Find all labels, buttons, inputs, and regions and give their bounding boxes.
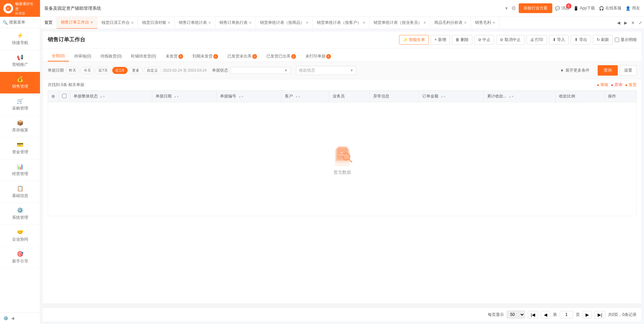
subtab-not-shipped[interactable]: 未发货0 — [162, 51, 187, 61]
date-sort[interactable]: ▲▼ — [174, 95, 179, 98]
subtab-not-printed[interactable]: 未打印单据0 — [301, 51, 335, 61]
status-sort[interactable]: ▲▼ — [100, 95, 105, 98]
settings-icon[interactable]: ⚙️ — [3, 316, 8, 321]
page-first-btn[interactable]: |◀ — [528, 311, 538, 319]
payment-select[interactable]: 收款状态 ▼ — [296, 66, 356, 75]
date-btn-1month[interactable]: 近1月 — [112, 67, 128, 74]
subtab-shipped-in[interactable]: 已发货已出库0 — [262, 51, 300, 61]
tab-cash-goods-close[interactable]: ✕ — [168, 21, 170, 25]
bottom-scrollbar[interactable] — [43, 303, 641, 308]
tab-sales-profit-close[interactable]: ✕ — [492, 21, 495, 25]
sidebar-item-enterprise[interactable]: 🤝 企业协同 — [0, 225, 40, 247]
add-button[interactable]: + 新增 — [431, 35, 449, 45]
expand-filters[interactable]: ▼ 展开更多条件 — [560, 68, 590, 73]
subtab-all[interactable]: 全部(0) — [48, 51, 69, 62]
settings-gear-icon[interactable]: ⚙ — [511, 5, 516, 11]
sidebar-item-system[interactable]: ⚙️ 系统管理 — [0, 203, 40, 225]
query-button[interactable]: 查询 — [598, 65, 618, 76]
select-all-checkbox[interactable] — [62, 94, 67, 98]
tab-scroll-left[interactable]: ◀ — [615, 17, 622, 29]
tab-sales-profit[interactable]: 销售毛利 ✕ — [471, 17, 500, 29]
tab-sales-workbench-close[interactable]: ✕ — [90, 21, 93, 24]
tab-cargo-salesman-close[interactable]: ✕ — [423, 21, 426, 25]
page-last-btn[interactable]: ▶| — [595, 311, 605, 319]
subtab-wangpu[interactable]: 旺铺待发货(0) — [127, 51, 160, 61]
experience-button[interactable]: 体验行业方案 — [519, 3, 552, 13]
stop-button[interactable]: ⊘ 中止 — [474, 35, 494, 45]
sidebar-item-quicknav[interactable]: ⚡ 快捷导航 — [0, 28, 40, 50]
date-btn-yesterday[interactable]: 昨天 — [66, 67, 79, 74]
tab-sales-stats[interactable]: 销售订单统计表 ✕ — [175, 17, 215, 29]
payment-filter: 收款状态 ▼ — [296, 66, 356, 75]
sidebar-item-operation[interactable]: 📊 经营管理 — [0, 159, 40, 181]
tab-gross-profit-close[interactable]: ✕ — [464, 21, 467, 25]
tab-sales-workbench[interactable]: 销售订单工作台 ✕ — [57, 17, 97, 29]
page-input[interactable] — [560, 311, 573, 318]
tab-maximize[interactable]: ⤢ — [637, 17, 644, 29]
abandon-review-button[interactable]: ● 弃审 — [611, 82, 622, 88]
refresh-button[interactable]: ↻ 刷新 — [593, 35, 613, 45]
tab-cargo-stats-salesman[interactable]: 销货单统计表（按业务员） ✕ — [370, 17, 430, 29]
subtab-shipped-not-in[interactable]: 已发货未出库0 — [223, 51, 261, 61]
collapse-icon[interactable]: ◀ — [11, 316, 14, 321]
tab-cargo-stats-customer[interactable]: 销货单统计表（按客户） ✕ — [313, 17, 370, 29]
table-summary: 共找到 0条 相关单据 ● 审核 ● 弃审 ● — [48, 79, 637, 90]
message-button[interactable]: 💬 6 消息 — [555, 5, 569, 11]
operation-icon: 📊 — [17, 163, 24, 170]
date-btn-custom[interactable]: 自定义 — [144, 67, 161, 74]
date-btn-7days[interactable]: 近7天 — [95, 67, 111, 74]
sidebar-item-sales[interactable]: 💰 销售管理 — [0, 72, 40, 94]
tab-scroll-right[interactable]: ▶ — [622, 17, 629, 29]
import-button[interactable]: ⬇ 导入 — [549, 35, 569, 45]
subtab-overdue-not-shipped[interactable]: 到期未发货0 — [188, 51, 222, 61]
customer-sort[interactable]: ▲▼ — [295, 95, 301, 98]
search-menu[interactable]: 🔍 搜索菜单 — [0, 17, 40, 28]
page-next-btn[interactable]: ▶ — [583, 311, 592, 319]
subtab-pending-inspect[interactable]: 待拣验货(0) — [96, 51, 126, 61]
sidebar-item-marketing[interactable]: 📢 营销推广 — [0, 50, 40, 72]
print-button[interactable]: 🖨 打印 — [526, 35, 547, 45]
page-prev-btn[interactable]: ◀ — [541, 311, 550, 319]
export-button[interactable]: ⬆ 导出 — [571, 35, 591, 45]
tab-sales-execute-close[interactable]: ✕ — [249, 21, 252, 25]
sidebar-item-purchase[interactable]: 🛒 采购管理 — [0, 94, 40, 116]
delete-button[interactable]: 🗑 删除 — [452, 35, 472, 45]
tab-gross-profit[interactable]: 商品毛利分析表 ✕ — [430, 17, 471, 29]
tab-cash-clearing-close[interactable]: ✕ — [131, 21, 134, 25]
review-button[interactable]: ● 审核 — [597, 82, 608, 88]
date-btn-today[interactable]: 今天 — [81, 67, 94, 74]
app-download-button[interactable]: 📱 App下载 — [573, 5, 595, 11]
page-size-select[interactable]: 50 100 200 — [507, 311, 525, 319]
tab-cargo-stats-product[interactable]: 销货单统计表（按商品） ✕ — [256, 17, 313, 29]
page-container: 销售订单工作台 ✨ 智能生单 + 新增 🗑 删除 ⊘ 中止 ⊘ 取消中止 🖨 打… — [43, 32, 641, 321]
subtab-pending-review[interactable]: 待审核(0) — [70, 51, 95, 61]
user-menu[interactable]: 👤 用友 — [626, 5, 640, 11]
system-icon: ⚙️ — [17, 207, 24, 213]
smart-order-button[interactable]: ✨ 智能生单 — [399, 35, 429, 45]
cancel-stop-button[interactable]: ⊘ 取消中止 — [496, 35, 524, 45]
tab-sales-stats-close[interactable]: ✕ — [208, 21, 211, 25]
ship-button[interactable]: ● 发货 — [625, 82, 637, 88]
received-sort[interactable]: ▲▼ — [509, 95, 514, 98]
tab-cargo-customer-close[interactable]: ✕ — [362, 21, 365, 25]
online-service-button[interactable]: 🎧 在线客服 — [599, 5, 621, 11]
date-btn-more[interactable]: 更多 — [129, 67, 142, 74]
amount-sort[interactable]: ▲▼ — [440, 95, 446, 98]
tab-home[interactable]: 首页 — [40, 17, 57, 29]
tab-cash-goods[interactable]: 钱货日清对账 ✕ — [138, 17, 175, 29]
enterprise-icon: 🤝 — [17, 229, 24, 235]
show-detail-input[interactable] — [615, 38, 619, 42]
tab-cargo-product-close[interactable]: ✕ — [306, 21, 308, 25]
sidebar-item-finance[interactable]: 💳 资金管理 — [0, 137, 40, 159]
sidebar-item-inventory[interactable]: 📦 库存核算 — [0, 116, 40, 137]
show-detail-checkbox[interactable]: 显示明细 — [615, 37, 637, 43]
sidebar-item-basic[interactable]: 📋 基础信息 — [0, 181, 40, 203]
set-button[interactable]: 设置 — [620, 65, 637, 76]
tab-close-all[interactable]: ✕ — [629, 17, 637, 29]
number-sort[interactable]: ▲▼ — [239, 95, 244, 98]
sidebar: 好 畅捷通好生意 标准版 🔍 搜索菜单 ⚡ 快捷导航 📢 营销推广 💰 销售管理 — [0, 0, 40, 324]
tab-cash-clearing[interactable]: 钱货日清工作台 ✕ — [97, 17, 138, 29]
sidebar-item-guide[interactable]: 🎯 新手引导 — [0, 247, 40, 269]
tab-sales-execute[interactable]: 销售订单执行表 ✕ — [215, 17, 256, 29]
status-select[interactable]: ▼ — [230, 67, 291, 74]
